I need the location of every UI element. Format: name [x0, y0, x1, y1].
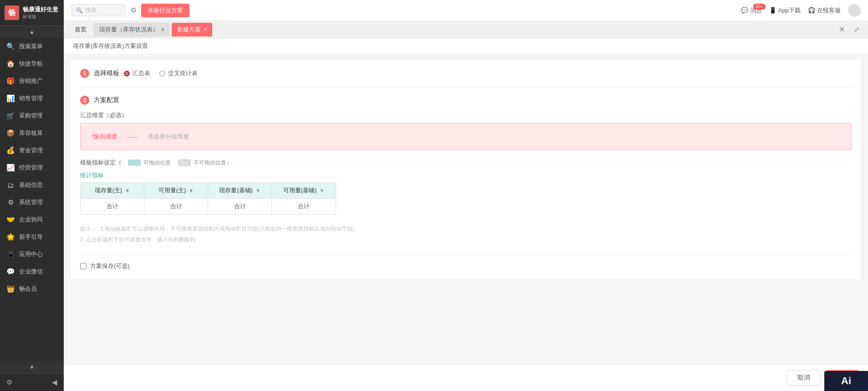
sidebar-item-label: 应用中心: [19, 250, 43, 258]
app-name: 畅康通好生意: [23, 5, 58, 14]
stats-label: 统计指标: [80, 171, 852, 180]
message-btn[interactable]: 💬 消息 99+: [741, 6, 762, 15]
msg-badge: 99+: [753, 4, 766, 10]
collapse-icon[interactable]: ◀: [52, 378, 57, 386]
sidebar-item-basic-info[interactable]: 🗂 基础信息: [0, 176, 64, 194]
col-3-header[interactable]: 现存量(基辅) ▼: [208, 183, 272, 199]
save-checkbox[interactable]: [80, 263, 87, 269]
online-service-btn[interactable]: 🎧 在线客服: [808, 6, 841, 15]
sidebar-item-finance[interactable]: 💰 资金管理: [0, 142, 64, 159]
operations-icon: 📈: [6, 164, 15, 172]
col-2-header[interactable]: 可用量(主) ▼: [144, 183, 208, 199]
tab-close-all[interactable]: ✕: [836, 24, 848, 35]
radio-summary-label: 汇总表: [133, 69, 150, 77]
col-1-name: 现存量(主): [95, 186, 123, 195]
col-4-summary: 合计: [298, 202, 310, 211]
sidebar-item-purchase[interactable]: 🛒 采购管理: [0, 107, 64, 124]
col-2-chevron[interactable]: ▼: [189, 188, 194, 193]
app-download-btn[interactable]: 📱 App下载: [769, 6, 801, 15]
finance-icon: 💰: [6, 146, 15, 154]
sidebar-item-sales[interactable]: 📊 销售管理: [0, 90, 64, 107]
sidebar-item-wechat[interactable]: 💬 企业微信: [0, 263, 64, 280]
sidebar-item-quick-nav[interactable]: 🏠 快捷导航: [0, 55, 64, 72]
app-center-icon: 📱: [6, 250, 15, 258]
tip-1: 提示： 1.拖动标题栏可以调整布局，不可跨维度或指标区域拖动栏目字段(只能在同一…: [80, 223, 852, 234]
radio-summary-input[interactable]: [124, 71, 130, 77]
sidebar-item-label: 经营管理: [19, 164, 43, 172]
radio-cross[interactable]: 交叉统计表: [159, 69, 198, 77]
try-industry-btn[interactable]: 体验行业方案: [141, 4, 189, 17]
tab-home[interactable]: 首页: [69, 23, 92, 36]
sidebar-item-label: 资金管理: [19, 146, 43, 154]
sidebar-scroll-down[interactable]: ▼: [0, 361, 64, 373]
ai-button[interactable]: Ai: [824, 371, 868, 391]
tab-new-scheme[interactable]: 新建方案 ×: [172, 23, 212, 36]
cancel-button[interactable]: 取消: [787, 370, 821, 386]
sidebar-scroll-up[interactable]: ▲: [0, 26, 64, 38]
message-icon: 💬: [741, 7, 748, 14]
step1-header: 1 选择模板 汇总表 交叉统计表: [80, 69, 852, 78]
col-1-chevron[interactable]: ▼: [125, 188, 130, 193]
tab-inventory-status[interactable]: 现存量（库存状况表） ×: [94, 23, 170, 36]
sidebar-item-inventory[interactable]: 📦 库存核算: [0, 124, 64, 142]
radio-cross-input[interactable]: [159, 71, 165, 77]
avatar[interactable]: [848, 4, 861, 17]
settings-panel: 1 选择模板 汇总表 交叉统计表: [71, 60, 861, 279]
purchase-icon: 🛒: [6, 112, 15, 120]
basic-info-icon: 🗂: [6, 181, 15, 189]
tab-inventory-label: 现存量（库存状况表）: [99, 26, 158, 34]
vertical-required: *纵向维度: [92, 133, 117, 141]
step2-title: 方案配置: [94, 96, 119, 104]
sidebar-item-enterprise[interactable]: 🤝 企业协同: [0, 211, 64, 228]
tab-inventory-close[interactable]: ×: [161, 26, 164, 33]
sidebar-item-app-center[interactable]: 📱 应用中心: [0, 246, 64, 263]
sidebar-item-operations[interactable]: 📈 经营管理: [0, 159, 64, 176]
tab-expand[interactable]: ⤢: [851, 24, 863, 35]
sidebar-item-member[interactable]: 👑 畅会员: [0, 280, 64, 298]
legend-not-draggable: 不可拖动位置）: [178, 159, 232, 167]
radio-cross-label: 交叉统计表: [168, 69, 198, 77]
draggable-swatch: [128, 159, 141, 166]
sidebar-item-label: 基础信息: [19, 181, 43, 189]
sidebar-header: 畅 畅康通好生意 标准版: [0, 0, 64, 26]
topbar-search[interactable]: 🔍 搜索: [71, 4, 126, 16]
content-area: 现存量(库存状况表)方案设置 1 选择模板 汇总表 交叉统计表: [64, 38, 868, 364]
sidebar-item-marketing[interactable]: 🎁 营销推广: [0, 72, 64, 90]
tab-new-scheme-close[interactable]: ×: [204, 26, 207, 33]
app-title-wrap: 畅康通好生意 标准版: [23, 5, 58, 20]
radio-summary[interactable]: 汇总表: [124, 69, 150, 77]
sidebar-item-newbie[interactable]: 🌟 新手引导: [0, 228, 64, 246]
stats-header-row: 现存量(主) ▼ 可用量(主) ▼ 现存量(基辅) ▼: [81, 183, 336, 199]
tips-section: 提示： 1.拖动标题栏可以调整布局，不可跨维度或指标区域拖动栏目字段(只能在同一…: [80, 223, 852, 245]
col-3-chevron[interactable]: ▼: [255, 188, 260, 193]
enterprise-icon: 🤝: [6, 216, 15, 224]
tab-home-label: 首页: [75, 26, 87, 34]
col-4-data: 合计: [272, 199, 336, 214]
col-4-header[interactable]: 可用量(基辅) ▼: [272, 183, 336, 199]
tip-2-text: 2. 点击标题栏下拉可设置排序、插入列和删除列: [80, 234, 195, 245]
home-icon: 🏠: [6, 60, 15, 68]
step2-header: 2 方案配置: [80, 96, 852, 105]
tab-new-scheme-label: 新建方案: [177, 26, 201, 34]
sidebar-item-system[interactable]: ⚙ 系统管理: [0, 194, 64, 211]
indicator-legend: 可拖动位置 不可拖动位置）: [128, 159, 232, 167]
col-4-chevron[interactable]: ▼: [319, 188, 324, 193]
search-placeholder: 搜索: [86, 6, 97, 14]
stats-section: 统计指标 现存量(主) ▼ 可用量(主) ▼: [80, 171, 852, 216]
vertical-placeholder[interactable]: 请选择分组维度: [148, 133, 189, 141]
sidebar-footer: ⚙ ◀: [0, 373, 64, 391]
sidebar-item-search[interactable]: 🔍 搜索菜单: [0, 38, 64, 55]
topbar: 🔍 搜索 ⚙ 体验行业方案 💬 消息 99+ 📱 App下载 🎧 在线客服: [64, 0, 868, 21]
member-icon: 👑: [6, 285, 15, 293]
save-label: 方案保存(可选): [90, 262, 130, 270]
inventory-icon: 📦: [6, 129, 15, 137]
step1-section: 1 选择模板 汇总表 交叉统计表: [80, 69, 852, 78]
step2-section: 2 方案配置 汇总维度（必选） *纵向维度 —— 请选择分组维度 模板指标设定（: [80, 96, 852, 245]
topbar-right: 💬 消息 99+ 📱 App下载 🎧 在线客服: [741, 4, 861, 17]
col-1-header[interactable]: 现存量(主) ▼: [81, 183, 144, 199]
wechat-icon: 💬: [6, 268, 15, 276]
gear-icon[interactable]: ⚙: [130, 6, 137, 15]
col-2-summary: 合计: [170, 202, 182, 211]
settings-icon[interactable]: ⚙: [6, 378, 12, 386]
stats-data-row: 合计 合计 合计 合计: [81, 199, 336, 214]
